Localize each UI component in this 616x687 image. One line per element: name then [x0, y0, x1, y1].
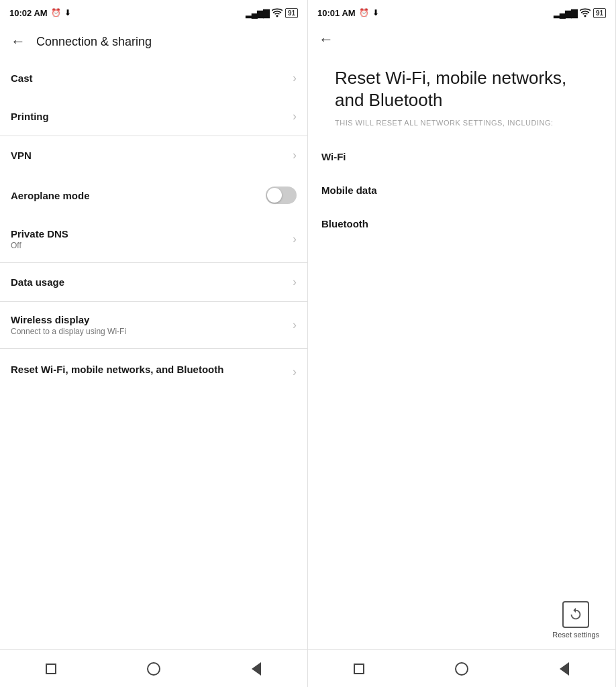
cast-label: Cast [11, 72, 33, 84]
right-nav-bar [308, 649, 615, 687]
cast-chevron: › [293, 71, 297, 85]
reset-title-block: Reset Wi-Fi, mobile networks, and Blueto… [308, 54, 615, 140]
aeroplane-toggle-knob [267, 188, 282, 203]
right-nav-home[interactable] [451, 658, 472, 680]
private-dns-label: Private DNS [11, 228, 68, 240]
right-nav-square-icon [354, 664, 364, 674]
left-nav-bar [0, 649, 307, 687]
network-items-list: Wi-Fi Mobile data Bluetooth [308, 140, 615, 241]
data-usage-item[interactable]: Data usage › [0, 263, 307, 301]
reset-wifi-label: Reset Wi-Fi, mobile networks, and Blueto… [11, 362, 223, 376]
right-panel: 10:01 AM ⏰ ⬇ ▂▄▆▇ 91 ← Reset Wi-Fi, mobi… [308, 0, 616, 687]
left-time: 10:02 AM [9, 8, 48, 18]
bluetooth-item: Bluetooth [308, 207, 615, 241]
wireless-display-item[interactable]: Wireless display Connect to a display us… [0, 302, 307, 348]
left-back-button[interactable]: ← [11, 33, 25, 50]
right-wifi-icon [580, 8, 591, 17]
reset-settings-icon-box [562, 601, 589, 628]
right-nav-back[interactable] [554, 658, 575, 680]
left-battery: 91 [285, 8, 298, 18]
wifi-network-item: Wi-Fi [308, 140, 615, 174]
wireless-display-chevron: › [293, 318, 297, 332]
left-status-bar: 10:02 AM ⏰ ⬇ ▂▄▆▇ 91 [0, 0, 307, 24]
aeroplane-item[interactable]: Aeroplane mode [0, 174, 307, 216]
mobile-data-item: Mobile data [308, 174, 615, 207]
left-alarm-icon: ⏰ [51, 8, 61, 17]
reset-page-title: Reset Wi-Fi, mobile networks, and Blueto… [321, 56, 602, 116]
private-dns-item[interactable]: Private DNS Off › [0, 216, 307, 262]
vpn-chevron: › [293, 148, 297, 162]
left-nav-home[interactable] [143, 658, 164, 680]
left-nav-triangle-icon [252, 662, 261, 676]
reset-wifi-item[interactable]: Reset Wi-Fi, mobile networks, and Blueto… [0, 349, 307, 392]
reset-settings-icon [568, 607, 583, 622]
left-toolbar: ← Connection & sharing [0, 24, 307, 59]
private-dns-sublabel: Off [11, 241, 68, 250]
right-spacer [308, 241, 615, 593]
bluetooth-label: Bluetooth [321, 218, 368, 229]
printing-item[interactable]: Printing › [0, 97, 307, 136]
aeroplane-toggle[interactable] [266, 187, 297, 204]
mobile-data-label: Mobile data [321, 184, 377, 196]
right-back-button[interactable]: ← [319, 31, 333, 48]
wifi-network-label: Wi-Fi [321, 151, 346, 162]
reset-button-area: Reset settings [308, 593, 615, 649]
private-dns-chevron: › [293, 232, 297, 246]
left-download-icon: ⬇ [64, 8, 71, 17]
left-panel: 10:02 AM ⏰ ⬇ ▂▄▆▇ 91 ← Connection & shar… [0, 0, 308, 687]
left-wifi-icon [272, 8, 283, 17]
reset-settings-label: Reset settings [552, 631, 599, 639]
right-nav-triangle-icon [560, 662, 569, 676]
left-signal-icon: ▂▄▆▇ [246, 8, 269, 18]
printing-label: Printing [11, 111, 49, 122]
left-page-title: Connection & sharing [36, 35, 152, 49]
right-alarm-icon: ⏰ [359, 8, 369, 17]
reset-subtitle: THIS WILL RESET ALL NETWORK SETTINGS, IN… [321, 116, 602, 140]
vpn-item[interactable]: VPN › [0, 136, 307, 174]
vpn-label: VPN [11, 150, 32, 161]
right-toolbar: ← [308, 24, 615, 54]
right-status-bar: 10:01 AM ⏰ ⬇ ▂▄▆▇ 91 [308, 0, 615, 24]
aeroplane-label: Aeroplane mode [11, 190, 90, 201]
right-signal-icon: ▂▄▆▇ [554, 8, 577, 18]
right-nav-circle-icon [455, 662, 468, 676]
data-usage-label: Data usage [11, 276, 64, 288]
cast-item[interactable]: Cast › [0, 59, 307, 97]
left-settings-list: Cast › Printing › VPN › Aeroplane mode [0, 59, 307, 649]
data-usage-chevron: › [293, 275, 297, 289]
right-nav-recent[interactable] [348, 658, 370, 680]
right-time: 10:01 AM [317, 8, 356, 18]
wireless-display-sublabel: Connect to a display using Wi-Fi [11, 327, 126, 336]
left-nav-circle-icon [147, 662, 160, 676]
reset-settings-button[interactable]: Reset settings [552, 601, 599, 639]
right-battery: 91 [593, 8, 606, 18]
left-nav-square-icon [46, 664, 56, 674]
printing-chevron: › [293, 109, 297, 123]
reset-wifi-chevron: › [293, 365, 297, 379]
right-download-icon: ⬇ [372, 8, 379, 17]
left-nav-back[interactable] [246, 658, 267, 680]
left-nav-recent[interactable] [40, 658, 62, 680]
wireless-display-label: Wireless display [11, 314, 126, 325]
